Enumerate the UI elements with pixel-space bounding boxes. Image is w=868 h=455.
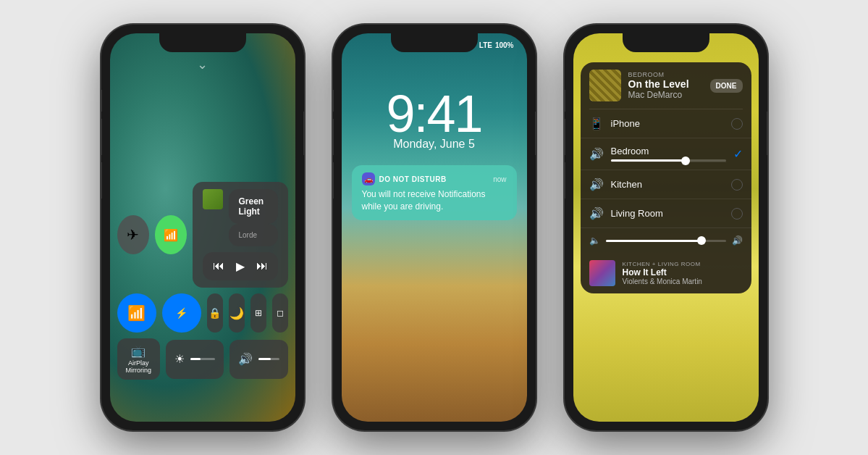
footer-room: KITCHEN + LIVING ROOM [623,261,743,267]
dnd-message: You will not receive Notifications while… [362,188,507,213]
notch-3 [623,33,709,52]
device-row-kitchen[interactable]: 🔊 Kitchen [581,170,751,199]
dnd-icon: 🚗 [362,172,375,185]
livingroom-select-circle [731,208,743,220]
lock-screen: 9:41 Monday, June 5 🚗 DO NOT DISTURB now… [342,33,527,422]
swipe-chevron: ⌄ [197,57,208,72]
screen-lock-btn[interactable]: 🔒 [207,293,223,333]
footer-album-art [589,260,615,286]
grid-btn[interactable]: ⊞ [250,293,266,333]
footer-song: How It Left [623,267,743,277]
dnd-title: DO NOT DISTURB [379,175,489,183]
volume-icon: 🔊 [238,352,253,366]
footer-track: KITCHEN + LIVING ROOM How It Left Violen… [581,253,751,293]
notch [159,33,246,52]
prev-btn[interactable]: ⏮ [213,259,224,273]
np-info: BEDROOM On the Level Mac DeMarco [628,71,703,100]
livingroom-device-icon: 🔊 [589,206,604,220]
wifi-signal-icon: 📶 [164,228,178,242]
device-row-living-room[interactable]: 🔊 Living Room [581,199,751,228]
phone2-screen: LTE 100% 9:41 Monday, June 5 🚗 DO NOT DI… [342,33,527,422]
np-room: BEDROOM [628,71,703,78]
bedroom-checkmark: ✓ [733,147,743,161]
extra-btn[interactable]: ◻ [272,293,288,333]
volume-slider[interactable]: 🔊 [229,340,287,379]
bluetooth-btn[interactable]: ⚡ [162,293,201,333]
lock-hour: 9:41 [342,84,527,143]
device-row-bedroom[interactable]: 🔊 Bedroom ✓ [581,138,751,170]
song-artist: Lorde [229,224,278,246]
lock-time-display: 9:41 Monday, June 5 [342,84,527,151]
phone1-screen: ⌄ ✈ 📶 Green Light Lorde [110,33,295,422]
brightness-slider[interactable]: ☀ [166,340,224,379]
np-album-art [589,70,621,101]
kitchen-device-name: Kitchen [611,179,724,190]
phone3-screen: BEDROOM On the Level Mac DeMarco DONE 📱 … [573,33,759,422]
iphone-1: ⌄ ✈ 📶 Green Light Lorde [101,25,304,430]
dnd-time: now [493,175,506,183]
iphone-device-name: iPhone [611,118,724,129]
airplay-btn[interactable]: 📺 AirPlayMirroring [117,338,161,380]
control-center: ✈ 📶 Green Light Lorde ⏮ ▶ [117,182,288,385]
music-widget[interactable]: Green Light Lorde ⏮ ▶ ⏭ [193,182,288,288]
cellular-btn[interactable]: 📶 [155,215,187,254]
vol-max-icon: 🔊 [732,235,743,246]
lock-date: Monday, June 5 [342,138,527,151]
master-volume-row: 🔈 🔊 [581,228,751,253]
play-btn[interactable]: ▶ [236,259,245,273]
footer-info: KITCHEN + LIVING ROOM How It Left Violen… [623,261,743,285]
dnd-notification: 🚗 DO NOT DISTURB now You will not receiv… [352,165,517,220]
bedroom-volume-slider[interactable] [611,156,726,162]
next-btn[interactable]: ⏭ [256,259,268,273]
np-done-button[interactable]: DONE [710,79,743,93]
np-artist: Mac DeMarco [628,90,703,100]
now-playing-panel: BEDROOM On the Level Mac DeMarco DONE 📱 … [581,62,751,293]
airplane-icon: ✈ [127,226,139,243]
iphone-device-icon: 📱 [589,117,604,130]
dnd-btn[interactable]: 🌙 [229,293,245,333]
airplane-mode-btn[interactable]: ✈ [117,215,149,254]
iphone-select-circle [731,118,743,130]
bedroom-device-icon: 🔊 [589,147,604,161]
carrier-label: LTE [479,41,492,49]
vol-min-icon: 🔈 [589,235,600,246]
wifi-btn[interactable]: 📶 [117,293,156,333]
wifi-icon: 📶 [127,304,146,322]
footer-artist: Violents & Monica Martin [623,277,743,285]
bluetooth-icon: ⚡ [175,307,187,319]
song-title: Green Light [229,189,278,224]
dnd-header: 🚗 DO NOT DISTURB now [362,172,507,185]
notch-2 [391,33,478,52]
iphone-3: BEDROOM On the Level Mac DeMarco DONE 📱 … [565,25,767,430]
airplay-icon: 📺 [131,344,146,358]
bedroom-device-name: Bedroom [611,146,726,156]
kitchen-select-circle [731,179,743,191]
master-volume-slider[interactable] [606,240,726,242]
airplay-label: AirPlayMirroring [126,359,152,374]
kitchen-device-icon: 🔊 [589,178,604,191]
livingroom-device-name: Living Room [611,208,724,219]
brightness-icon: ☀ [174,352,185,366]
np-song: On the Level [628,78,703,90]
playback-controls: ⏮ ▶ ⏭ [203,252,278,280]
iphone-2: LTE 100% 9:41 Monday, June 5 🚗 DO NOT DI… [333,25,536,430]
np-header: BEDROOM On the Level Mac DeMarco DONE [581,62,751,109]
device-row-iphone[interactable]: 📱 iPhone [581,109,751,138]
battery-label: 100% [495,41,514,49]
